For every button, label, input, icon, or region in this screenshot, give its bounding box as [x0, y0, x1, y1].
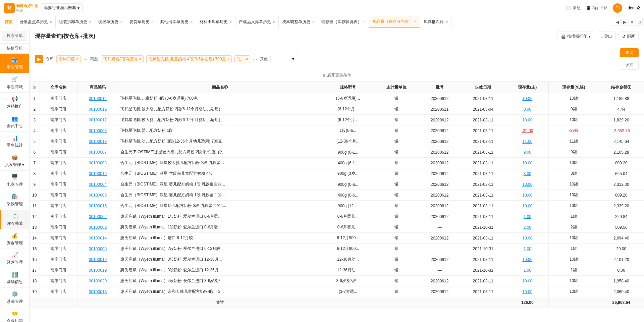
template-print-btn[interactable]: 🖨️ 按模板打印 ▾ — [557, 32, 594, 41]
goods-tag-2-close[interactable]: × — [227, 57, 229, 61]
table-cell[interactable]: 9.00 — [506, 147, 549, 158]
table-cell[interactable]: 00100018 — [77, 286, 118, 297]
tab-close-3[interactable]: × — [120, 20, 122, 24]
tab-close-9[interactable]: × — [364, 20, 366, 24]
goods-tag-3-close[interactable]: × — [246, 57, 248, 61]
tab-close-11[interactable]: × — [446, 20, 448, 24]
table-cell[interactable]: -39.00 — [506, 125, 549, 136]
col-settings[interactable]: ⚙ — [30, 82, 40, 93]
sidebar-item-collab[interactable]: 🤝 企业协同 — [0, 307, 29, 322]
tab-close-7[interactable]: × — [273, 20, 275, 24]
filter-collapse-btn[interactable]: ▶ — [35, 55, 43, 63]
table-cell[interactable]: 10.00 — [506, 276, 549, 286]
export-btn[interactable]: ↓ 导出 — [597, 32, 616, 41]
sidebar-item-retail-mgmt[interactable]: 🏪 零售管理 — [0, 54, 29, 73]
table-cell[interactable]: 10.00 — [506, 190, 549, 201]
org-selector[interactable]: 母婴行业演示账套 ▾ — [41, 3, 83, 12]
sidebar-item-member[interactable]: 👥 会员中心 — [0, 112, 29, 132]
tab-7[interactable]: 产成品入库单历史 × — [235, 16, 279, 28]
message-btn[interactable]: ✉️ 消息 — [566, 5, 581, 11]
tab-home[interactable]: 首页 — [1, 16, 16, 28]
table-cell[interactable]: 10.00 — [506, 158, 549, 168]
table-cell[interactable]: 00100013 — [77, 136, 118, 147]
tab-2[interactable]: 组装拆卸单历史 × — [56, 16, 95, 28]
tab-close-all-btn[interactable]: × — [629, 19, 635, 25]
tab-9[interactable]: 现存量（库存状况表） × — [318, 16, 369, 28]
tab-4[interactable]: 要货单历史 × — [126, 16, 157, 28]
table-cell[interactable]: 1.00 — [506, 244, 549, 254]
table-cell[interactable]: 10.00 — [506, 254, 549, 265]
setting-btn[interactable]: 设置 — [620, 60, 639, 70]
sidebar-item-system[interactable]: ⚙️ 系统管理 — [0, 288, 29, 307]
table-cell[interactable]: 1.00 — [506, 265, 549, 276]
sidebar-item-wholesale[interactable]: 📦 批发管理 ▾ — [0, 151, 29, 171]
table-cell[interactable]: 00100014 — [77, 233, 118, 244]
table-cell[interactable]: 00100003 — [77, 125, 118, 136]
tab-close-4[interactable]: × — [152, 20, 154, 24]
table-cell[interactable]: 10.00 — [506, 201, 549, 211]
table-cell[interactable]: 00100002 — [77, 222, 118, 233]
tab-next-btn[interactable]: ▶ — [621, 19, 628, 25]
sidebar-item-inventory[interactable]: 📋 库存核算 — [0, 210, 29, 229]
tab-maximize-btn[interactable]: □ — [636, 19, 643, 25]
table-cell[interactable]: 00100004 — [77, 179, 118, 190]
tab-close-10[interactable]: × — [415, 20, 417, 23]
table-cell[interactable]: 2.00 — [506, 222, 549, 233]
sidebar-item-finance[interactable]: 💰 资金管理 — [0, 229, 29, 249]
expand-filter-btn[interactable]: ⊞ 展开更多条件 — [35, 72, 639, 78]
search-menu-btn[interactable]: 搜索菜单 — [2, 31, 27, 41]
table-cell[interactable]: 10.00 — [506, 115, 549, 125]
sidebar-item-purchase[interactable]: 🛍️ 采购管理 — [0, 190, 29, 210]
table-cell[interactable]: 00100005 — [77, 190, 118, 201]
query-btn[interactable]: 查询 — [620, 48, 639, 57]
table-cell[interactable]: 10.00 — [506, 233, 549, 244]
table-cell[interactable]: 10.00 — [506, 179, 549, 190]
table-cell[interactable]: 00100012 — [77, 104, 118, 115]
app-download-btn[interactable]: 📱 App下载 — [586, 5, 607, 11]
tab-close-5[interactable]: × — [191, 20, 193, 24]
tab-close-8[interactable]: × — [312, 20, 314, 24]
table-cell[interactable]: 00100019 — [77, 254, 118, 265]
table-cell[interactable]: 00100007 — [77, 147, 118, 158]
table-cell[interactable]: 00100002 — [77, 211, 118, 222]
table-cell[interactable]: 00100019 — [77, 265, 118, 276]
warehouse-tag-close[interactable]: × — [76, 57, 78, 61]
sidebar-item-marketing[interactable]: 📢 营销推广 — [0, 93, 29, 112]
refresh-btn[interactable]: ↺ 刷新 — [619, 32, 639, 41]
warehouse-more[interactable]: ··· — [84, 56, 88, 62]
table-cell[interactable]: 00100014 — [77, 93, 118, 104]
table-cell[interactable]: 10.00 — [506, 93, 549, 104]
table-cell[interactable]: 00100015 — [77, 201, 118, 211]
tab-close-6[interactable]: × — [230, 20, 232, 24]
table-cell[interactable]: 00100020 — [77, 276, 118, 286]
sidebar-item-basic-info[interactable]: ℹ️ 基础信息 — [0, 268, 29, 288]
sidebar-item-biz-mgmt[interactable]: 📈 经营管理 — [0, 249, 29, 268]
tab-prev-btn[interactable]: ◀ — [614, 19, 621, 25]
avatar[interactable]: Ea — [613, 3, 622, 13]
table-cell[interactable]: 1.00 — [506, 211, 549, 222]
table-cell[interactable]: 0.00 — [506, 104, 549, 115]
table-cell[interactable]: 11.00 — [506, 136, 549, 147]
table-cell[interactable]: 10.00 — [506, 286, 549, 297]
tab-5[interactable]: 其他出库单历史 × — [157, 16, 196, 28]
sidebar-item-retail-mall[interactable]: 🛒 零售商城 — [0, 73, 29, 93]
table-cell[interactable]: 00100012 — [77, 115, 118, 125]
quick-nav-btn[interactable]: 快捷导航 — [0, 44, 29, 54]
tab-close-1[interactable]: × — [50, 20, 52, 24]
table-cell[interactable]: 00100008 — [77, 158, 118, 168]
tab-11[interactable]: 库存批次账 × — [420, 16, 451, 28]
tab-1[interactable]: 分量盘点单历史 × — [16, 16, 56, 28]
sidebar-item-ecommerce[interactable]: 🖥️ 电商管理 — [0, 171, 29, 190]
tab-6[interactable]: 材料出库单历史 × — [196, 16, 235, 28]
table-cell[interactable]: 00100009 — [77, 244, 118, 254]
tab-8[interactable]: 成本调整单历史 × — [279, 16, 318, 28]
table-cell[interactable]: 00100016 — [77, 168, 118, 179]
tab-close-2[interactable]: × — [89, 20, 91, 24]
sidebar-item-retail-stats[interactable]: 📊 零售统计 — [0, 132, 29, 151]
goods-tag-1-close[interactable]: × — [139, 57, 141, 61]
table-cell[interactable]: 3.00 — [506, 168, 549, 179]
tab-3[interactable]: 调拨单历史 × — [95, 16, 126, 28]
color-select[interactable]: ▾ — [270, 55, 297, 63]
goods-more[interactable]: ··· — [253, 56, 257, 62]
tab-10[interactable]: 现存量（库存分布表） × — [369, 16, 421, 28]
